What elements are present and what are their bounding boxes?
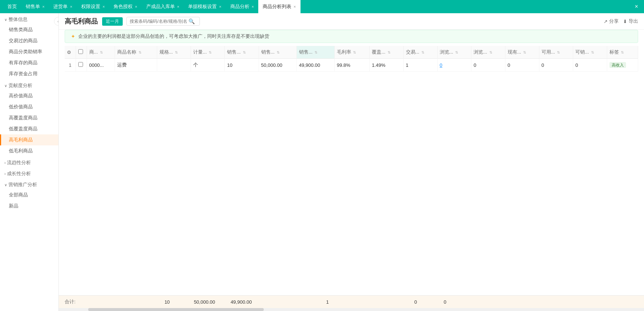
nav-home[interactable]: 首页: [3, 0, 21, 13]
col-coverage-header[interactable]: 覆盖... ⇅: [370, 46, 403, 59]
col-sale-qty-header[interactable]: 销售... ⇅: [225, 46, 259, 59]
scrollbar-thumb: [88, 308, 264, 311]
sidebar-item-category-sales-rate[interactable]: 商品分类助销率: [0, 46, 58, 57]
footer-current: 0: [412, 299, 442, 305]
sidebar-group-trend-label: 流趋性分析: [7, 159, 31, 166]
col-trade-header[interactable]: 交易... ⇅: [403, 46, 437, 59]
col-current-header[interactable]: 现有... ⇅: [505, 46, 539, 59]
footer-empty5: [383, 299, 412, 305]
nav-purchase-order-close[interactable]: ×: [70, 4, 72, 9]
nav-product-analysis-list-close[interactable]: ×: [294, 4, 296, 9]
col-sale-amt2-header[interactable]: 销售... ⇅: [296, 46, 334, 59]
row-browse2: 0: [471, 59, 505, 72]
page-title: 高毛利商品: [65, 17, 98, 26]
nav-doc-template-close[interactable]: ×: [219, 4, 221, 9]
row-checkbox[interactable]: [78, 62, 83, 67]
col-spec-header[interactable]: 规格... ⇅: [157, 46, 191, 59]
nav-product-analysis-list[interactable]: 商品分析列表 ×: [258, 0, 300, 13]
col-sale-amt1-header[interactable]: 销售... ⇅: [259, 46, 296, 59]
row-browse1[interactable]: 0: [437, 59, 471, 72]
footer-empty1: [82, 299, 162, 305]
sort-browse1-icon: ⇅: [455, 50, 458, 54]
sidebar-item-new-goods[interactable]: 新品: [0, 200, 58, 211]
footer-label: 合计:: [65, 299, 76, 305]
sidebar-group-trend-arrow: ›: [4, 161, 6, 165]
search-input[interactable]: [130, 19, 188, 24]
col-settings[interactable]: ⚙: [65, 46, 76, 59]
col-browse1-header[interactable]: 浏览... ⇅: [437, 46, 471, 59]
sidebar-item-low-coverage[interactable]: 低覆盖度商品: [0, 123, 58, 134]
sidebar-group-marketing-label: 营销推广分析: [8, 181, 37, 188]
nav-doc-template[interactable]: 单据模板设置 ×: [184, 0, 226, 13]
export-button[interactable]: ⬇ 导出: [623, 18, 638, 25]
sidebar-item-traded-goods[interactable]: 交易过的商品: [0, 35, 58, 46]
sidebar-group-marketing[interactable]: ∨ 营销推广分析: [0, 178, 58, 189]
close-all-tabs-button[interactable]: ×: [632, 3, 641, 10]
sidebar-item-high-value[interactable]: 高价值商品: [0, 90, 58, 101]
col-gross-margin-header[interactable]: 毛利率 ⇅: [334, 46, 369, 59]
col-unit-header[interactable]: 计量... ⇅: [191, 46, 224, 59]
sidebar-item-high-coverage[interactable]: 高覆盖度商品: [0, 112, 58, 123]
footer-cells: 10 50,000.00 49,900.00 1 0 0: [82, 299, 638, 305]
nav-sales-order-label: 销售单: [26, 3, 40, 10]
horizontal-scrollbar[interactable]: [59, 308, 644, 311]
sidebar-group-overall[interactable]: ∨ 整体信息: [0, 13, 58, 24]
select-all-checkbox[interactable]: [78, 49, 83, 54]
col-tag-header[interactable]: 标签 ⇅: [607, 46, 638, 59]
sidebar-group-contribution[interactable]: ∨ 贡献度分析: [0, 79, 58, 90]
col-sku-header[interactable]: 商... ⇅: [87, 46, 115, 59]
sidebar-group-growth[interactable]: › 成长性分析: [0, 167, 58, 178]
search-icon[interactable]: 🔍: [188, 18, 195, 24]
nav-product-analysis[interactable]: 商品分析 ×: [226, 0, 258, 13]
nav-product-inbound-close[interactable]: ×: [177, 4, 179, 9]
col-available-label: 可用...: [542, 49, 555, 55]
table-header-row: ⚙ 商... ⇅ 商品名称 ⇅: [65, 46, 638, 59]
nav-sales-order-close[interactable]: ×: [42, 4, 44, 9]
row-coverage: 1.49%: [370, 59, 403, 72]
col-available-header[interactable]: 可用... ⇅: [539, 46, 573, 59]
nav-purchase-order[interactable]: 进货单 ×: [49, 0, 76, 13]
sidebar-item-inventory-capital[interactable]: 库存资金占用: [0, 68, 58, 79]
row-checkbox-cell[interactable]: [76, 59, 87, 72]
share-button[interactable]: ↗ 分享: [604, 18, 619, 25]
sidebar-group-trend[interactable]: › 流趋性分析: [0, 156, 58, 167]
sidebar-item-low-margin[interactable]: 低毛利商品: [0, 145, 58, 156]
time-filter-button[interactable]: 近一月: [102, 17, 123, 26]
sort-sale-qty-icon: ⇅: [243, 50, 246, 54]
nav-role-auth[interactable]: 角色授权 ×: [109, 0, 141, 13]
sidebar-group-overall-arrow: ∨: [4, 18, 7, 22]
col-checkbox[interactable]: [76, 46, 87, 59]
info-banner-text: 企业的主要的利润都是这部分商品创造的，可考虑加大推广，同时关注库存是不要出现缺货: [78, 33, 269, 40]
info-banner: ✦ 企业的主要的利润都是这部分商品创造的，可考虑加大推广，同时关注库存是不要出现…: [65, 30, 638, 43]
nav-sales-order[interactable]: 销售单 ×: [21, 0, 49, 13]
sort-coverage-icon: ⇅: [388, 50, 391, 54]
sidebar-item-high-margin[interactable]: 高毛利商品: [0, 134, 58, 145]
nav-permission-settings-close[interactable]: ×: [102, 4, 105, 9]
nav-purchase-order-label: 进货单: [53, 3, 68, 10]
sidebar-item-all-goods[interactable]: 全部商品: [0, 189, 58, 200]
sidebar-item-sales-goods[interactable]: 销售类商品: [0, 24, 58, 35]
row-unit: 个: [191, 59, 224, 72]
row-trade: 1: [403, 59, 437, 72]
nav-product-analysis-close[interactable]: ×: [252, 4, 254, 9]
footer-available: 0: [442, 299, 471, 305]
col-saleable-header[interactable]: 可销... ⇅: [573, 46, 607, 59]
sidebar-item-in-stock-goods[interactable]: 有库存的商品: [0, 57, 58, 68]
nav-role-auth-close[interactable]: ×: [135, 4, 137, 9]
nav-product-analysis-list-label: 商品分析列表: [263, 3, 291, 10]
tag-badge: 高收入: [609, 62, 626, 68]
row-seq: 1: [65, 59, 76, 72]
col-name-header[interactable]: 商品名称 ⇅: [115, 46, 157, 59]
col-name-label: 商品名称: [117, 49, 136, 55]
settings-icon: ⚙: [67, 50, 71, 55]
sidebar-item-low-value[interactable]: 低价值商品: [0, 101, 58, 112]
row-sku: 0000...: [87, 59, 115, 72]
nav-permission-settings[interactable]: 权限设置 ×: [77, 0, 109, 13]
footer-sale-amt1: 50,000.00: [192, 299, 229, 305]
col-current-label: 现有...: [508, 49, 521, 55]
table-container[interactable]: ⚙ 商... ⇅ 商品名称 ⇅: [59, 46, 644, 295]
nav-permission-settings-label: 权限设置: [81, 3, 100, 10]
footer-empty4: [353, 299, 383, 305]
col-browse2-header[interactable]: 浏览... ⇅: [471, 46, 505, 59]
nav-product-inbound[interactable]: 产成品入库单 ×: [142, 0, 184, 13]
